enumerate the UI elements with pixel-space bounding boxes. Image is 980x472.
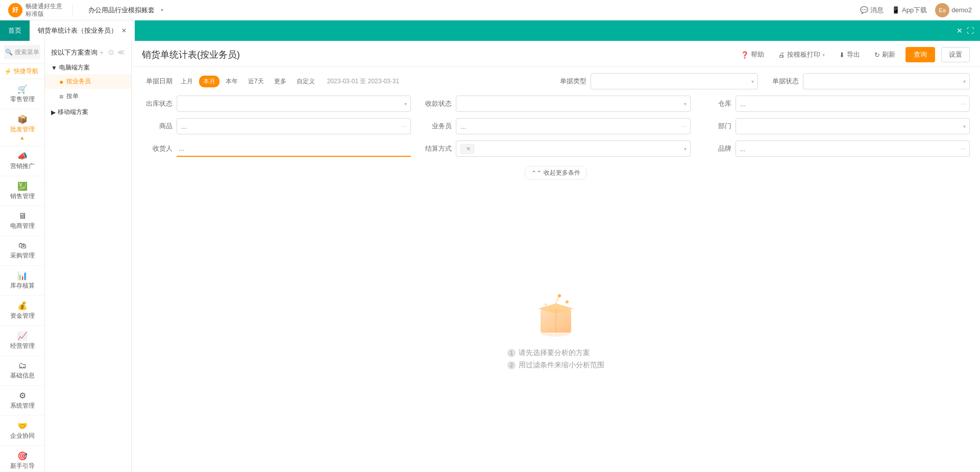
empty-num-2: 2 [507,361,516,369]
operations-icon: 📈 [17,331,28,341]
logo-text: 畅捷通好生意 标准版 [26,3,62,17]
payment-method-tag: ✕ [460,144,474,154]
collapse-up-icon: ⌃⌃ [531,170,542,177]
filter-salesperson: 业务员 ··· [421,118,690,134]
warehouse-input[interactable] [736,96,970,112]
out-status-select[interactable] [177,96,411,112]
sidebar-item-sales[interactable]: 💹 销售管理 [0,176,44,206]
doc-status-select[interactable] [803,73,970,89]
message-action[interactable]: 💬 消息 [860,6,884,15]
sidebar-item-system[interactable]: ⚙ 系统管理 [0,386,44,416]
sidebar-item-purchase[interactable]: 🛍 采购管理 [0,236,44,266]
search-menu-button[interactable]: 🔍 搜索菜单 [4,45,40,59]
brand-input[interactable] [736,140,970,157]
submenu-section-desktop-header[interactable]: ▼ 电脑端方案 [45,61,131,74]
refresh-label: 刷新 [882,50,895,59]
svg-point-3 [566,300,569,303]
receiver-input[interactable] [177,140,411,157]
ecommerce-icon: 🖥 [18,211,27,221]
filter-out-status: 出库状态 ▾ [142,96,411,112]
export-button[interactable]: ⬇ 导出 [835,48,864,61]
empty-tip-1: 1 请先选择要分析的方案 [507,348,604,358]
collect-status-label: 收款状态 [421,99,452,108]
empty-num-1: 1 [507,349,516,357]
sidebar-item-finance[interactable]: 💰 资金管理 [0,296,44,326]
date-tab-this-month[interactable]: 本月 [199,76,219,87]
template-print-button[interactable]: 🖨 按模板打印 ▾ [774,48,829,61]
submenu-panel: 按以下方案查询 ＋ ⊙ ≪ ▼ 电脑端方案 ● 按业务员 ≡ 按单 ▶ [45,41,132,472]
avatar: Ea [935,3,949,17]
submenu-title: 按以下方案查询 [51,48,97,57]
date-tab-more[interactable]: 更多 [270,76,290,87]
app-download-action[interactable]: 📱 App下载 [892,6,927,15]
sidebar-item-operations[interactable]: 📈 经营管理 [0,326,44,356]
payment-method-control: ✕ ▾ [456,140,690,157]
tab-close-icon[interactable]: ✕ [121,27,127,34]
export-icon: ⬇ [839,51,845,59]
quick-nav-item[interactable]: ⚡ 快捷导航 [0,64,44,79]
date-label: 单据日期 [142,77,173,86]
user-info[interactable]: Ea demo2 [935,3,972,17]
filter-collect-status: 收款状态 ▾ [421,96,690,112]
submenu-section-desktop-label: 电脑端方案 [59,63,90,72]
date-tab-custom[interactable]: 自定义 [292,76,319,87]
refresh-icon: ↻ [874,51,880,59]
doc-type-label: 单据类型 [556,77,586,86]
submenu-section-mobile-label: 移动端方案 [58,108,88,116]
tab-sales-stat[interactable]: 销货单统计表（按业务员） ✕ [30,20,135,41]
salesperson-input[interactable] [456,118,690,134]
collapse-button[interactable]: ⌃⌃ 收起更多条件 [525,166,587,180]
sidebar-item-retail[interactable]: 🛒 零售管理 [0,79,44,109]
sidebar-item-newbie[interactable]: 🎯 新手引导 [0,446,44,472]
tab-home[interactable]: 首页 [0,20,30,41]
collapse-label: 收起更多条件 [544,169,580,177]
goods-control: ··· [177,118,411,134]
empty-tip-1-text: 请先选择要分析的方案 [519,348,590,358]
query-button[interactable]: 查询 [905,47,935,62]
sidebar-item-wholesale[interactable]: 📦 批发管理 ▲ [0,109,44,146]
dept-label: 部门 [701,122,731,131]
doc-type-control: ▾ [591,73,758,89]
doc-type-select[interactable] [591,73,758,89]
sidebar-item-inventory[interactable]: 📊 库存核算 [0,266,44,296]
submenu-collapse-icon[interactable]: ≪ [117,48,125,57]
app-title: 办公用品行业模拟账套 [88,6,155,15]
filter-doc-type: 单据类型 ▾ [556,73,758,89]
submenu-mobile-arrow-icon: ▶ [51,109,56,116]
collect-status-select[interactable] [456,96,690,112]
submenu-settings-icon[interactable]: ⊙ [108,48,114,57]
help-button[interactable]: ❓ 帮助 [737,48,768,61]
filter-row-1: 单据日期 上月 本月 本年 近7天 更多 自定义 2023-03-01 至 20… [142,73,970,89]
submenu-item-by-order[interactable]: ≡ 按单 [45,89,131,104]
newbie-icon: 🎯 [17,451,28,461]
sidebar-item-basic[interactable]: 🗂 基础信息 [0,356,44,386]
collect-status-control: ▾ [456,96,690,112]
tag-close-icon[interactable]: ✕ [466,146,471,152]
sidebar-item-ecommerce[interactable]: 🖥 电商管理 [0,206,44,236]
message-icon: 💬 [860,6,868,14]
logo-icon: 好 [8,3,22,17]
out-status-label: 出库状态 [142,99,173,108]
sidebar-item-marketing[interactable]: 📣 营销推广 [0,146,44,176]
user-name: demo2 [951,6,972,14]
submenu-header-actions: ＋ ⊙ ≪ [98,48,125,57]
date-tab-last-month[interactable]: 上月 [177,76,197,87]
filter-payment-method: 结算方式 ✕ ▾ [421,140,690,157]
submenu-section-mobile-header[interactable]: ▶ 移动端方案 [45,106,131,119]
submenu-add-icon[interactable]: ＋ [98,48,105,57]
tab-maximize-icon[interactable]: ⛶ [967,27,974,35]
goods-input[interactable] [177,118,411,134]
refresh-button[interactable]: ↻ 刷新 [870,48,899,61]
date-tab-7days[interactable]: 近7天 [244,76,268,87]
date-tab-this-year[interactable]: 本年 [222,76,242,87]
retail-icon: 🛒 [17,84,28,94]
app-download-icon: 📱 [892,6,900,14]
page-header: 销货单统计表(按业务员) ❓ 帮助 🖨 按模板打印 ▾ ⬇ 导出 ↻ 刷新 [132,41,980,67]
help-label: 帮助 [751,50,764,59]
tab-close-window-icon[interactable]: ✕ [957,27,963,35]
submenu-item-by-salesperson[interactable]: ● 按业务员 [45,74,131,89]
app-dropdown-icon[interactable]: ▾ [161,7,163,13]
dept-select[interactable] [736,118,970,134]
sidebar-item-enterprise[interactable]: 🤝 企业协同 [0,416,44,446]
settings-button[interactable]: 设置 [941,47,970,62]
